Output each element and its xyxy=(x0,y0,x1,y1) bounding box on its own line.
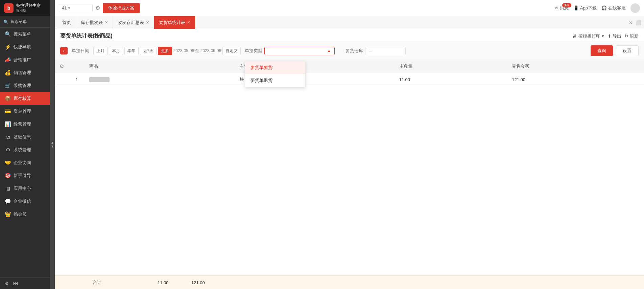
date-custom-button[interactable]: 自定义 xyxy=(222,47,241,55)
table-header-row: ⚙ 商品 主计量单位 主数量 零售金额 xyxy=(55,60,644,73)
sidebar-item-sales[interactable]: 💰 销售管理 xyxy=(0,66,50,79)
sidebar-item-cooperation[interactable]: 🤝 企业协同 xyxy=(0,156,50,169)
tab-home[interactable]: 首页 xyxy=(57,16,76,29)
date-more-button[interactable]: 更多 xyxy=(158,47,172,55)
warehouse-more-icon[interactable]: ··· xyxy=(369,48,373,53)
user-avatar[interactable] xyxy=(630,3,640,13)
sidebar-search[interactable]: 🔍 搜索菜单 xyxy=(0,16,50,28)
filter-expand-button[interactable]: › xyxy=(60,47,68,54)
sidebar-item-purchase[interactable]: 🛒 采购管理 xyxy=(0,79,50,92)
date-last-month-button[interactable]: 上月 xyxy=(93,47,108,55)
member-icon: 👑 xyxy=(5,211,11,217)
sidebar: b 畅捷通好生意 标准版 🔍 搜索菜单 🔍 搜索菜单 ⚡ 快捷导航 📣 营销推广… xyxy=(0,0,50,289)
basic-icon: 🗂 xyxy=(5,134,11,140)
refresh-button[interactable]: ↻ 刷新 xyxy=(625,33,639,39)
tab-receive-send[interactable]: 收发存汇总表 ✕ xyxy=(113,16,154,29)
cooperation-icon: 🤝 xyxy=(5,160,11,166)
inventory-icon: 📦 xyxy=(5,95,11,102)
collapse-icon[interactable]: ⏮ xyxy=(13,280,18,286)
topbar-gear-icon[interactable]: ⚙ xyxy=(95,5,100,11)
main-area: 41 ▾ ⚙ 体验行业方案 ✉ 消息 99+ 📱 App下载 🎧 在线客服 xyxy=(55,0,644,289)
page-title: 要货单统计表(按商品) xyxy=(60,32,113,40)
sidebar-item-basic[interactable]: 🗂 基础信息 xyxy=(0,131,50,143)
tab-close-all-icon[interactable]: ✕ xyxy=(629,20,633,25)
topbar: 41 ▾ ⚙ 体验行业方案 ✉ 消息 99+ 📱 App下载 🎧 在线客服 xyxy=(55,0,644,16)
message-icon: ✉ xyxy=(555,5,558,10)
operations-icon: 📊 xyxy=(5,121,11,127)
quicknav-icon: ⚡ xyxy=(5,44,11,50)
sidebar-logo: b 畅捷通好生意 标准版 xyxy=(0,0,50,16)
dropdown-item-requisition[interactable]: 要货单要货 xyxy=(245,61,305,74)
sidebar-scroll[interactable]: ▲▼ xyxy=(50,0,55,289)
date-filter-label: 单据日期 xyxy=(72,48,89,54)
tab-batch[interactable]: 库存批次账 ✕ xyxy=(76,16,113,29)
sidebar-item-wechat[interactable]: 💬 企业微信 xyxy=(0,195,50,208)
sidebar-item-guide[interactable]: 🎯 新手引导 xyxy=(0,169,50,182)
sidebar-item-app-center[interactable]: 🖥 应用中心 xyxy=(0,182,50,195)
app-logo-icon: b xyxy=(4,3,14,13)
tab-batch-close[interactable]: ✕ xyxy=(105,20,108,25)
print-button[interactable]: 🖨 按模板打印 ▾ xyxy=(573,33,604,39)
sidebar-item-quick-nav[interactable]: ⚡ 快捷导航 xyxy=(0,41,50,53)
topbar-left: 41 ▾ ⚙ 体验行业方案 xyxy=(59,3,551,13)
warehouse-filter-label: 要货仓库 xyxy=(345,48,363,54)
wechat-icon: 💬 xyxy=(5,198,11,204)
search-icon: 🔍 xyxy=(3,20,8,24)
table-header-num xyxy=(68,60,85,73)
query-button[interactable]: 查询 xyxy=(591,45,613,56)
industry-plan-button[interactable]: 体验行业方案 xyxy=(103,3,140,13)
topbar-right: ✉ 消息 99+ 📱 App下载 🎧 在线客服 xyxy=(555,3,640,13)
type-filter-input[interactable] xyxy=(268,48,325,53)
purchase-icon: 🛒 xyxy=(5,83,11,89)
settings-button[interactable]: 设置 xyxy=(616,45,639,56)
refresh-icon: ↻ xyxy=(625,34,628,39)
sidebar-item-system[interactable]: ⚙ 系统管理 xyxy=(0,143,50,156)
online-service-button[interactable]: 🎧 在线客服 xyxy=(601,5,626,11)
print-chevron-icon: ▾ xyxy=(602,34,604,39)
sidebar-nav: 🔍 搜索菜单 ⚡ 快捷导航 📣 营销推广 💰 销售管理 🛒 采购管理 📦 库存核… xyxy=(0,28,50,277)
guide-icon: 🎯 xyxy=(5,173,11,179)
table-area: ⚙ 商品 主计量单位 主数量 零售金额 1 xyxy=(55,60,644,275)
export-button[interactable]: ⬆ 导出 xyxy=(607,33,621,39)
column-settings-icon[interactable]: ⚙ xyxy=(59,63,64,69)
date-7days-button[interactable]: 近7天 xyxy=(140,47,157,55)
date-this-year-button[interactable]: 本年 xyxy=(124,47,139,55)
service-icon: 🎧 xyxy=(601,5,607,10)
table-header-settings: ⚙ xyxy=(55,60,68,73)
tab-maximize-icon[interactable]: ⬜ xyxy=(636,20,641,25)
sidebar-item-inventory[interactable]: 📦 库存核算 xyxy=(0,92,50,105)
type-filter-label: 单据类型 xyxy=(245,48,262,54)
type-filter-select[interactable]: ▲ xyxy=(264,47,335,55)
footer-label: 合计 xyxy=(59,280,153,286)
marketing-icon: 📣 xyxy=(5,57,11,63)
sidebar-item-finance[interactable]: 💳 资金管理 xyxy=(0,105,50,118)
date-this-month-button[interactable]: 本月 xyxy=(109,47,123,55)
app-download-button[interactable]: 📱 App下载 xyxy=(573,5,597,11)
sidebar-item-marketing[interactable]: 📣 营销推广 xyxy=(0,53,50,66)
sidebar-item-member[interactable]: 👑 畅会员 xyxy=(0,208,50,221)
tab-requisition-stats[interactable]: 要货单统计表 ✕ xyxy=(154,16,195,29)
messages-badge: 99+ xyxy=(562,3,571,7)
footer-amount: 121.00 xyxy=(187,280,221,285)
tab-receive-send-close[interactable]: ✕ xyxy=(146,20,149,25)
finance-icon: 💳 xyxy=(5,108,11,114)
messages-button[interactable]: ✉ 消息 99+ xyxy=(555,5,569,11)
tab-requisition-stats-close[interactable]: ✕ xyxy=(187,20,190,25)
type-chevron-up-icon[interactable]: ▲ xyxy=(327,48,331,53)
sidebar-item-operations[interactable]: 📊 经营管理 xyxy=(0,118,50,131)
row-settings-cell xyxy=(55,73,68,86)
export-icon: ⬆ xyxy=(607,34,611,39)
content-area: 要货单统计表(按商品) 🖨 按模板打印 ▾ ⬆ 导出 ↻ 刷新 › xyxy=(55,29,644,289)
dropdown-item-return[interactable]: 要货单退货 xyxy=(245,74,305,87)
print-icon: 🖨 xyxy=(573,34,577,39)
search-icon: 🔍 xyxy=(5,31,11,37)
chevron-down-icon: ▾ xyxy=(68,5,70,10)
row-quantity-cell: 11.00 xyxy=(395,73,508,86)
product-name-blurred xyxy=(89,77,110,82)
settings-footer-icon[interactable]: ⚙ xyxy=(5,281,9,286)
appcenter-icon: 🖥 xyxy=(5,186,11,192)
company-selector[interactable]: 41 ▾ xyxy=(59,4,93,12)
sidebar-item-search[interactable]: 🔍 搜索菜单 xyxy=(0,28,50,41)
warehouse-filter-select[interactable]: ··· xyxy=(365,47,406,55)
sidebar-footer: ⚙ ⏮ xyxy=(0,277,50,289)
